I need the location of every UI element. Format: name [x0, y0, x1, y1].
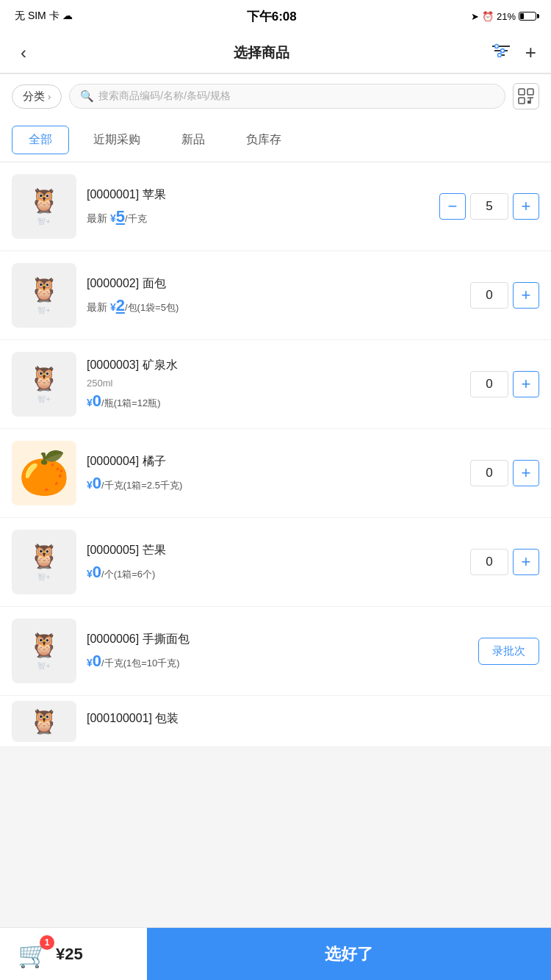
qty-plus-button[interactable]: +	[513, 193, 539, 220]
battery-percent: 21%	[497, 11, 516, 22]
search-icon: 🔍	[80, 90, 94, 103]
qty-control-0000001: − +	[439, 193, 539, 220]
add-button[interactable]: +	[525, 41, 536, 64]
category-chevron: ›	[48, 91, 51, 102]
product-image-0000003: 🦉 智+	[12, 352, 76, 417]
category-label: 分类	[23, 90, 45, 104]
status-bar: 无 SIM 卡 ☁ 下午6:08 ➤ ⏰ 21%	[0, 0, 551, 32]
qty-input[interactable]	[470, 549, 508, 575]
list-item-partial: 🦉 [000100001] 包装	[0, 696, 551, 747]
product-name: [0000002] 面包	[87, 276, 460, 292]
nav-bar: ‹ 选择商品 +	[0, 32, 551, 73]
cart-icon-wrap[interactable]: 🛒 1	[18, 940, 48, 969]
list-item: 🦉 智+ [0000006] 手撕面包 ¥0/千克(1包=10千克) 录批次	[0, 607, 551, 696]
product-price: 最新 ¥2/包(1袋=5包)	[87, 296, 460, 315]
product-list: 🦉 智+ [0000001] 苹果 最新 ¥5/千克 − + 🦉 智+ [000…	[0, 162, 551, 747]
product-info-0000005: [0000005] 芒果 ¥0/个(1箱=6个)	[87, 543, 460, 582]
confirm-button[interactable]: 选好了	[147, 928, 551, 980]
product-info-0000006: [0000006] 手撕面包 ¥0/千克(1包=10千克)	[87, 632, 468, 671]
svg-rect-6	[519, 89, 525, 95]
svg-point-4	[500, 48, 504, 52]
battery-icon	[519, 12, 536, 21]
product-image-0000002: 🦉 智+	[12, 263, 76, 328]
tab-bar: 全部 近期采购 新品 负库存	[0, 118, 551, 162]
product-name: [000100001] 包装	[87, 711, 539, 727]
product-info-0000003: [0000003] 矿泉水 250ml ¥0/瓶(1箱=12瓶)	[87, 358, 460, 411]
qty-input[interactable]	[470, 460, 508, 486]
svg-point-3	[494, 44, 498, 48]
qty-plus-button[interactable]: +	[513, 371, 539, 397]
owl-icon: 🦉	[29, 542, 59, 570]
list-item: 🦉 智+ [0000003] 矿泉水 250ml ¥0/瓶(1箱=12瓶) +	[0, 340, 551, 429]
owl-icon: 🦉	[29, 364, 59, 392]
product-price: ¥0/瓶(1箱=12瓶)	[87, 392, 460, 411]
status-left: 无 SIM 卡 ☁	[15, 10, 73, 23]
product-name: [0000001] 苹果	[87, 187, 429, 203]
product-info-0000001: [0000001] 苹果 最新 ¥5/千克	[87, 187, 429, 226]
product-info-partial: [000100001] 包装	[87, 711, 539, 731]
list-item: 🦉 智+ [0000002] 面包 最新 ¥2/包(1袋=5包) +	[0, 251, 551, 340]
svg-rect-11	[527, 101, 530, 104]
product-name: [0000006] 手撕面包	[87, 632, 468, 647]
product-price: ¥0/千克(1包=10千克)	[87, 652, 468, 671]
qty-plus-button[interactable]: +	[513, 282, 539, 309]
search-placeholder: 搜索商品编码/名称/条码/规格	[98, 90, 231, 103]
back-button[interactable]: ‹	[15, 37, 32, 69]
category-button[interactable]: 分类 ›	[12, 84, 62, 109]
product-info-0000004: [0000004] 橘子 ¥0/千克(1箱=2.5千克)	[87, 454, 460, 493]
cart-section: 🛒 1 ¥25	[0, 940, 147, 969]
product-image-0000006: 🦉 智+	[12, 619, 76, 683]
product-image-0000004: 🍊	[12, 441, 76, 505]
qty-input[interactable]	[470, 371, 508, 397]
product-price: ¥0/千克(1箱=2.5千克)	[87, 474, 460, 493]
qty-control-0000005: +	[470, 549, 539, 575]
product-price: ¥0/个(1箱=6个)	[87, 563, 460, 582]
product-name: [0000004] 橘子	[87, 454, 460, 469]
tab-recent[interactable]: 近期采购	[76, 126, 157, 154]
batch-button[interactable]: 录批次	[478, 638, 539, 665]
product-image-0000001: 🦉 智+	[12, 174, 76, 239]
page-title: 选择商品	[234, 43, 289, 62]
owl-icon: 🦉	[29, 275, 59, 303]
cart-badge: 1	[40, 935, 54, 950]
owl-icon: 🦉	[29, 707, 59, 735]
alarm-icon: ⏰	[482, 11, 494, 22]
nav-actions: +	[491, 41, 536, 64]
qty-control-0000004: +	[470, 460, 539, 486]
status-time: 下午6:08	[247, 8, 297, 25]
qty-control-0000002: +	[470, 282, 539, 309]
product-image-0000005: 🦉 智+	[12, 530, 76, 594]
cart-total: ¥25	[56, 945, 83, 964]
product-image-partial: 🦉	[12, 701, 76, 742]
scan-button[interactable]	[513, 83, 539, 109]
svg-point-5	[497, 53, 501, 57]
qty-minus-button[interactable]: −	[439, 193, 466, 220]
status-right: ➤ ⏰ 21%	[471, 11, 536, 22]
owl-icon: 🦉	[29, 631, 59, 659]
tab-negative[interactable]: 负库存	[229, 126, 298, 154]
owl-icon: 🦉	[29, 187, 59, 215]
product-info-0000002: [0000002] 面包 最新 ¥2/包(1袋=5包)	[87, 276, 460, 315]
product-spec: 250ml	[87, 378, 460, 389]
list-item: 🦉 智+ [0000005] 芒果 ¥0/个(1箱=6个) +	[0, 518, 551, 607]
svg-rect-8	[519, 98, 525, 104]
qty-plus-button[interactable]: +	[513, 460, 539, 486]
filter-icon[interactable]	[491, 43, 511, 63]
product-price: 最新 ¥5/千克	[87, 207, 429, 226]
qty-control-0000003: +	[470, 371, 539, 397]
product-name: [0000005] 芒果	[87, 543, 460, 558]
tab-new[interactable]: 新品	[165, 126, 222, 154]
qty-plus-button[interactable]: +	[513, 549, 539, 575]
bottom-bar: 🛒 1 ¥25 选好了	[0, 927, 551, 980]
svg-rect-7	[527, 89, 533, 95]
location-icon: ➤	[471, 11, 479, 22]
qty-input[interactable]	[470, 282, 508, 309]
list-item: 🦉 智+ [0000001] 苹果 最新 ¥5/千克 − +	[0, 162, 551, 251]
search-bar[interactable]: 🔍 搜索商品编码/名称/条码/规格	[69, 84, 505, 109]
tab-all[interactable]: 全部	[12, 126, 69, 154]
product-name: [0000003] 矿泉水	[87, 358, 460, 373]
list-item: 🍊 [0000004] 橘子 ¥0/千克(1箱=2.5千克) +	[0, 429, 551, 518]
qty-input[interactable]	[470, 193, 508, 220]
filter-bar: 分类 › 🔍 搜索商品编码/名称/条码/规格	[0, 74, 551, 118]
